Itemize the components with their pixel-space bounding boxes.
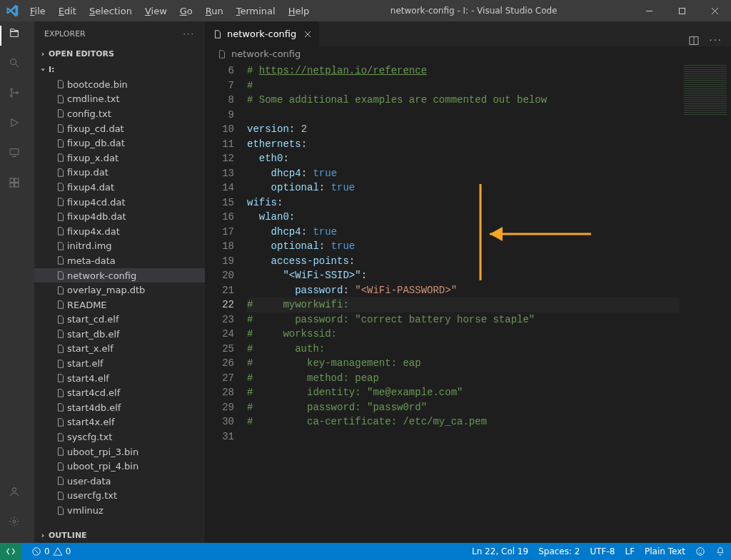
more-editor-actions-icon[interactable]: ···: [710, 35, 722, 46]
file-item[interactable]: fixup_cd.dat: [34, 121, 205, 136]
menu-bar: FileEditSelectionViewGoRunTerminalHelp: [24, 3, 315, 19]
file-item[interactable]: syscfg.txt: [34, 429, 205, 444]
file-list[interactable]: bootcode.bincmdline.txtconfig.txtfixup_c…: [34, 77, 205, 527]
file-item[interactable]: README: [34, 297, 205, 312]
settings-gear-icon[interactable]: [9, 516, 26, 533]
file-item[interactable]: fixup.dat: [34, 166, 205, 180]
file-item[interactable]: cmdline.txt: [34, 92, 205, 107]
outline-label: OUTLINE: [49, 531, 87, 540]
cursor-position[interactable]: Ln 22, Col 19: [472, 546, 528, 556]
indentation-indicator[interactable]: Spaces: 2: [538, 546, 580, 556]
file-icon: [54, 476, 67, 486]
feedback-icon[interactable]: [695, 546, 705, 556]
search-icon[interactable]: [9, 57, 26, 74]
file-item[interactable]: network-config: [34, 268, 205, 283]
open-editors-section[interactable]: › OPEN EDITORS: [34, 46, 205, 61]
file-item[interactable]: user-data: [34, 474, 205, 489]
file-item[interactable]: uboot_rpi_4.bin: [34, 459, 205, 474]
menu-edit[interactable]: Edit: [53, 3, 82, 19]
close-button[interactable]: [698, 0, 731, 21]
menu-run[interactable]: Run: [200, 3, 229, 19]
explorer-icon[interactable]: [9, 27, 26, 44]
tab-bar: network-config ···: [206, 21, 731, 46]
file-icon: [54, 432, 67, 442]
editor-area: network-config ··· network-config 678910…: [206, 21, 731, 543]
file-name: start4x.elf: [67, 417, 115, 427]
window-title: network-config - I: - Visual Studio Code: [315, 6, 632, 16]
tab-network-config[interactable]: network-config: [206, 21, 320, 46]
file-item[interactable]: start_x.elf: [34, 342, 205, 357]
file-icon: [54, 329, 67, 339]
file-item[interactable]: meta-data: [34, 253, 205, 268]
window-controls: [632, 0, 731, 21]
breadcrumb[interactable]: network-config: [206, 46, 731, 62]
source-control-icon[interactable]: [9, 87, 26, 104]
file-icon: [54, 241, 67, 251]
file-item[interactable]: fixup4db.dat: [34, 209, 205, 224]
menu-file[interactable]: File: [24, 3, 51, 19]
menu-view[interactable]: View: [139, 3, 173, 19]
file-item[interactable]: fixup4.dat: [34, 180, 205, 195]
extensions-icon[interactable]: [9, 177, 26, 194]
file-item[interactable]: start4.elf: [34, 371, 205, 386]
file-name: start_x.elf: [67, 343, 114, 354]
file-item[interactable]: uboot_rpi_3.bin: [34, 444, 205, 459]
file-name: vmlinuz: [67, 505, 104, 516]
file-icon: [54, 506, 67, 516]
file-item[interactable]: start4x.elf: [34, 415, 205, 430]
file-item[interactable]: fixup4cd.dat: [34, 195, 205, 210]
split-editor-icon[interactable]: [688, 35, 700, 46]
tab-label: network-config: [227, 29, 296, 39]
notifications-icon[interactable]: [715, 546, 725, 556]
file-item[interactable]: start_cd.elf: [34, 312, 205, 327]
status-bar: 0 0 Ln 22, Col 19 Spaces: 2 UTF-8 LF Pla…: [0, 543, 731, 560]
encoding-indicator[interactable]: UTF-8: [590, 546, 615, 556]
file-icon: [54, 79, 67, 89]
svg-rect-13: [10, 183, 14, 187]
file-item[interactable]: initrd.img: [34, 239, 205, 254]
file-item[interactable]: start.elf: [34, 356, 205, 371]
svg-rect-11: [10, 178, 14, 182]
file-item[interactable]: vmlinuz: [34, 503, 205, 518]
svg-point-27: [699, 550, 700, 551]
file-item[interactable]: fixup_db.dat: [34, 136, 205, 151]
file-item[interactable]: start4cd.elf: [34, 385, 205, 400]
menu-go[interactable]: Go: [174, 3, 198, 19]
file-item[interactable]: start_db.elf: [34, 327, 205, 342]
file-icon: [54, 373, 67, 383]
menu-help[interactable]: Help: [283, 3, 316, 19]
outline-section[interactable]: › OUTLINE: [34, 527, 205, 543]
code-content[interactable]: # https://netplan.io/reference## Some ad…: [247, 62, 731, 543]
remote-explorer-icon[interactable]: [9, 147, 26, 164]
svg-point-26: [697, 548, 705, 556]
menu-terminal[interactable]: Terminal: [231, 3, 281, 19]
file-name: initrd.img: [67, 240, 112, 251]
minimize-button[interactable]: [632, 0, 665, 21]
remote-indicator[interactable]: [0, 543, 21, 560]
file-icon: [54, 168, 67, 178]
explorer-header: EXPLORER ···: [34, 21, 205, 46]
folder-section[interactable]: › I:: [34, 61, 205, 77]
file-icon: [54, 212, 67, 222]
problems-indicator[interactable]: 0 0: [31, 546, 71, 556]
language-mode[interactable]: Plain Text: [645, 546, 685, 556]
maximize-button[interactable]: [665, 0, 698, 21]
file-name: fixup_cd.dat: [67, 123, 124, 134]
editor-body[interactable]: 6789101112131415161718192021222324252627…: [206, 62, 731, 543]
file-item[interactable]: overlay_map.dtb: [34, 282, 205, 297]
file-item[interactable]: fixup_x.dat: [34, 151, 205, 166]
file-item[interactable]: start4db.elf: [34, 400, 205, 415]
file-item[interactable]: config.txt: [34, 106, 205, 121]
close-tab-icon[interactable]: [303, 30, 312, 39]
file-item[interactable]: usercfg.txt: [34, 489, 205, 504]
more-actions-icon[interactable]: ···: [183, 29, 196, 39]
run-debug-icon[interactable]: [9, 117, 26, 134]
eol-indicator[interactable]: LF: [625, 546, 635, 556]
explorer-sidebar: EXPLORER ··· › OPEN EDITORS › I: bootcod…: [34, 21, 206, 543]
file-item[interactable]: bootcode.bin: [34, 77, 205, 92]
menu-selection[interactable]: Selection: [84, 3, 138, 19]
minimap[interactable]: [680, 62, 731, 543]
file-item[interactable]: fixup4x.dat: [34, 224, 205, 239]
accounts-icon[interactable]: [9, 486, 26, 503]
file-name: uboot_rpi_3.bin: [67, 447, 138, 457]
